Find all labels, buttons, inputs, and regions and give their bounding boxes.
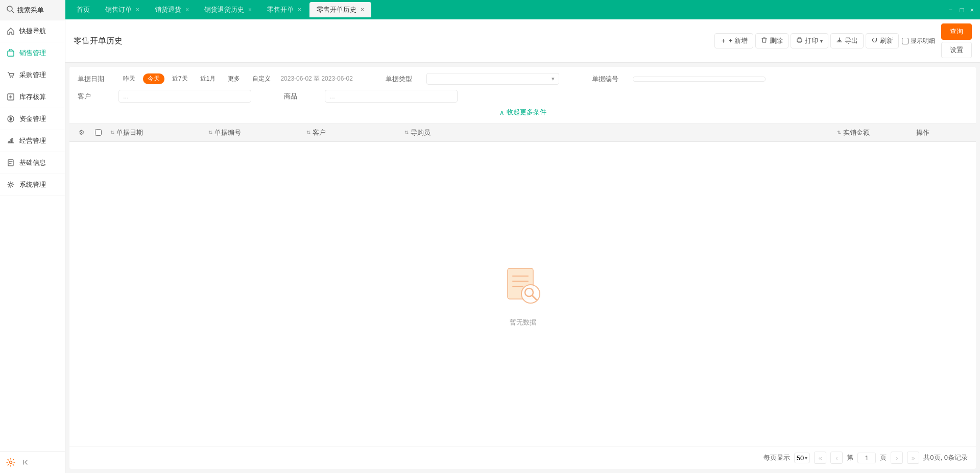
- sidebar-item-inventory[interactable]: 库存核算: [0, 86, 65, 108]
- per-page-value: 50: [797, 454, 804, 462]
- svg-rect-2: [8, 51, 14, 56]
- prev-page-btn[interactable]: ‹: [830, 452, 843, 464]
- tab-label: 销货退货: [155, 5, 181, 14]
- query-button[interactable]: 查询: [941, 23, 972, 40]
- last-page-btn[interactable]: »: [907, 452, 919, 464]
- export-icon: [836, 37, 843, 45]
- tab-close-icon[interactable]: ×: [298, 6, 301, 13]
- delete-icon: [761, 37, 768, 45]
- sidebar-item-sales-mgmt[interactable]: 销售管理: [0, 42, 65, 64]
- refresh-button[interactable]: 刷新: [866, 33, 899, 48]
- th-customer-label: 客户: [313, 128, 326, 137]
- sidebar-item-label: 经营管理: [19, 136, 46, 145]
- svg-line-1: [12, 11, 14, 13]
- sidebar-item-system[interactable]: 系统管理: [0, 174, 65, 196]
- date-7days-btn[interactable]: 近7天: [168, 73, 193, 85]
- empty-illustration: [497, 261, 548, 312]
- customer-label: 客户: [78, 92, 106, 101]
- chevron-down-icon: ▾: [552, 76, 555, 82]
- goods-label: 商品: [284, 92, 313, 101]
- tab-retail-open[interactable]: 零售开单 ×: [260, 2, 308, 17]
- sidebar-collapse-btn[interactable]: [21, 458, 31, 467]
- pagination: 每页显示 50 ▾ « ‹ 第 页 › » 共0页, 0条记录: [69, 446, 976, 469]
- filter-row-2: 客户 ... 商品 ...: [78, 90, 968, 103]
- print-icon: [796, 37, 803, 45]
- customer-input[interactable]: ...: [118, 90, 251, 103]
- svg-point-8: [10, 184, 12, 186]
- purchase-icon: [6, 70, 15, 80]
- per-page-dropdown-icon: ▾: [805, 455, 807, 461]
- per-page-label: 每页显示: [763, 453, 790, 462]
- date-yesterday-btn[interactable]: 昨天: [118, 73, 140, 85]
- sidebar-search-label: 搜索采单: [17, 6, 44, 15]
- settings-button[interactable]: 设置: [941, 42, 972, 58]
- refresh-icon: [871, 37, 878, 45]
- th-guide[interactable]: ⇅ 导购员: [400, 128, 498, 137]
- delete-button[interactable]: 删除: [755, 33, 788, 48]
- tab-label: 首页: [77, 5, 90, 14]
- th-number-label: 单据编号: [214, 128, 241, 137]
- th-number[interactable]: ⇅ 单据编号: [204, 128, 302, 137]
- date-more-btn[interactable]: 更多: [223, 73, 245, 85]
- th-amount[interactable]: ⇅ 实销金额: [776, 128, 874, 137]
- th-amount-label: 实销金额: [843, 128, 870, 137]
- sidebar-item-quick-nav[interactable]: 快捷导航: [0, 20, 65, 42]
- window-close-btn[interactable]: ×: [970, 6, 974, 14]
- svg-point-9: [10, 461, 12, 464]
- sidebar-item-label: 销售管理: [19, 48, 46, 58]
- per-page-select[interactable]: 50 ▾: [794, 453, 810, 463]
- first-page-btn[interactable]: «: [814, 452, 826, 464]
- sidebar-item-label: 库存核算: [19, 92, 46, 102]
- display-detail-checkbox[interactable]: [902, 38, 909, 44]
- print-button[interactable]: 打印 ▾: [791, 33, 828, 48]
- window-restore-btn[interactable]: □: [960, 6, 964, 14]
- tab-home[interactable]: 首页: [69, 2, 97, 17]
- select-all-checkbox[interactable]: [95, 129, 102, 136]
- sidebar-search[interactable]: 搜索采单: [0, 0, 65, 20]
- basic-icon: [6, 158, 15, 167]
- tab-close-icon[interactable]: ×: [248, 6, 252, 13]
- number-input[interactable]: [633, 77, 766, 82]
- tab-close-icon[interactable]: ×: [361, 6, 364, 13]
- svg-rect-7: [8, 160, 13, 166]
- date-today-btn[interactable]: 今天: [143, 73, 164, 84]
- select-all-checkbox-cell: [90, 129, 106, 136]
- goods-input[interactable]: ...: [325, 90, 458, 103]
- filter-area: 单据日期 昨天 今天 近7天 近1月 更多 自定义 2023-06-02 至 2…: [69, 67, 976, 123]
- sidebar-item-operations[interactable]: 经营管理: [0, 130, 65, 152]
- table-settings-btn[interactable]: ⚙: [74, 129, 90, 136]
- sidebar-settings-btn[interactable]: [6, 458, 15, 467]
- tab-sales-return-history[interactable]: 销货退货历史 ×: [197, 2, 259, 17]
- collapse-button[interactable]: ∧ 收起更多条件: [499, 108, 546, 117]
- sidebar-item-finance[interactable]: 资金管理: [0, 108, 65, 130]
- date-custom-btn[interactable]: 自定义: [248, 73, 275, 85]
- query-settings-group: 查询 设置: [941, 23, 972, 58]
- export-button[interactable]: 导出: [830, 33, 864, 48]
- goods-placeholder: ...: [329, 92, 335, 100]
- add-button[interactable]: ＋ + 新增: [714, 33, 753, 48]
- sidebar-item-basic-info[interactable]: 基础信息: [0, 152, 65, 174]
- tab-sales-return[interactable]: 销货退货 ×: [148, 2, 196, 17]
- sales-icon: [6, 48, 15, 58]
- tab-retail-open-history[interactable]: 零售开单历史 ×: [309, 2, 371, 17]
- sidebar-item-purchase-mgmt[interactable]: 采购管理: [0, 64, 65, 86]
- th-date[interactable]: ⇅ 单据日期: [106, 128, 204, 137]
- window-minimize-btn[interactable]: －: [947, 5, 954, 14]
- th-customer[interactable]: ⇅ 客户: [302, 128, 400, 137]
- sidebar-item-label: 基础信息: [19, 158, 46, 167]
- date-1month-btn[interactable]: 近1月: [196, 73, 221, 85]
- page-label: 第: [847, 453, 853, 462]
- type-select[interactable]: ▾: [426, 73, 559, 85]
- next-page-btn[interactable]: ›: [891, 452, 903, 464]
- operations-icon: [6, 136, 15, 145]
- table-container: ⚙ ⇅ 单据日期 ⇅ 单据编号 ⇅ 客户 ⇅: [69, 123, 976, 446]
- inventory-icon: [6, 92, 15, 102]
- sort-icon: ⇅: [208, 130, 212, 135]
- page-input[interactable]: [857, 453, 876, 463]
- sort-icon: ⇅: [306, 130, 310, 135]
- tab-close-icon[interactable]: ×: [136, 6, 139, 13]
- content-card: 单据日期 昨天 今天 近7天 近1月 更多 自定义 2023-06-02 至 2…: [69, 67, 976, 469]
- tab-sales-order[interactable]: 销售订单 ×: [98, 2, 147, 17]
- tab-label: 销售订单: [105, 5, 132, 14]
- tab-close-icon[interactable]: ×: [185, 6, 189, 13]
